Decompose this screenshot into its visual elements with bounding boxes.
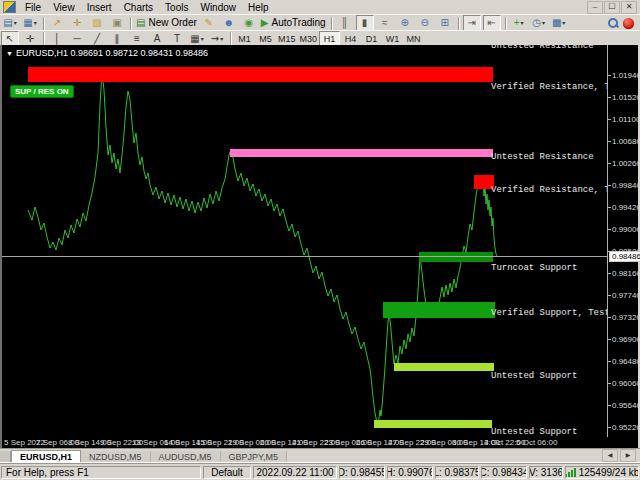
price-tick-label: 0.99840 <box>612 181 640 190</box>
candle-chart-mode-icon: ▮ <box>362 17 368 29</box>
supres-toggle-button[interactable]: SUP / RES ON <box>10 85 74 98</box>
resistance-verified-3-band[interactable] <box>28 67 493 82</box>
dropdown-caret-icon[interactable]: ▾ <box>220 33 223 45</box>
metaeditor-button[interactable]: ✎ <box>200 15 218 31</box>
periods-button[interactable]: ◷▾ <box>530 15 548 31</box>
chart-window: ▼EURUSD,H1 0.98691 0.98712 0.98431 0.984… <box>0 45 640 448</box>
timeframe-m30[interactable]: M30 <box>298 31 320 46</box>
support-verified-2-band[interactable] <box>383 302 495 318</box>
menu-insert[interactable]: Insert <box>81 2 118 13</box>
dropdown-caret-icon[interactable]: ▾ <box>562 17 565 29</box>
new-order-button[interactable]: ▤New Order <box>135 15 198 31</box>
market-button[interactable]: ◉ <box>240 15 258 31</box>
resistance-untested-band[interactable] <box>230 149 493 157</box>
timeframe-w1[interactable]: W1 <box>382 31 403 46</box>
resistance-verified-3-label: Verified Resistance, Test Count=3 <box>491 82 608 92</box>
support-untested-upper-band[interactable] <box>394 363 494 371</box>
dropdown-caret-icon[interactable]: ▾ <box>542 17 545 29</box>
status-bar-open-text: O: 0.98455 <box>339 466 385 479</box>
profiles-button[interactable]: ▦▾ <box>21 15 39 31</box>
time-axis: 5 Sep 20227 Sep 06:008 Sep 14:009 Sep 22… <box>2 437 638 448</box>
line-chart-mode-button[interactable]: ≈ <box>376 15 394 31</box>
dropdown-caret-icon[interactable]: ▾ <box>34 17 37 29</box>
menu-file[interactable]: File <box>19 2 47 13</box>
autotrading-button[interactable]: ▶AutoTrading <box>260 15 327 31</box>
bar-chart-mode-button[interactable]: ║ <box>336 15 354 31</box>
support-turncoat-band[interactable] <box>419 252 493 262</box>
chart-shift-button[interactable]: ⇤ <box>483 15 501 31</box>
support-turncoat-label: Turncoat Support <box>491 263 577 273</box>
price-tick-label: 0.97320 <box>612 313 640 322</box>
notifications-icon[interactable] <box>623 18 634 29</box>
zoom-in-button[interactable]: ⊕ <box>396 15 414 31</box>
timeframe-m15[interactable]: M15 <box>276 31 298 46</box>
terminal-button[interactable]: ▣ <box>108 15 126 31</box>
support-untested-lower-band[interactable] <box>374 420 492 428</box>
menu-help[interactable]: Help <box>242 2 275 13</box>
support-untested-upper-label: Untested Support <box>491 371 577 381</box>
indicators-button[interactable]: +▾ <box>510 15 528 31</box>
templates-button[interactable]: ▩▾ <box>550 15 568 31</box>
chart-plot[interactable]: ▼EURUSD,H1 0.98691 0.98712 0.98431 0.984… <box>2 45 608 438</box>
timeframe-d1[interactable]: D1 <box>361 31 382 46</box>
price-tick-label: 1.01940 <box>612 71 640 80</box>
navigator-button[interactable]: ✛ <box>68 15 86 31</box>
zoom-out-button[interactable]: ⊖ <box>416 15 434 31</box>
status-traffic: 125499/24 kb <box>565 466 639 479</box>
timeframe-buttons: M1M5M15M30H1H4D1W1MN <box>234 31 424 46</box>
status-bar-volume-text: V: 3136 <box>529 466 563 479</box>
minimize-button[interactable]: – <box>587 1 603 14</box>
menu-view[interactable]: View <box>47 2 81 13</box>
market-watch-button[interactable]: ↗ <box>48 15 66 31</box>
search-icon[interactable] <box>607 17 619 29</box>
chart-dropdown-icon[interactable]: ▼ <box>6 50 13 57</box>
price-tick-label: 1.01520 <box>612 93 640 102</box>
menu-tools[interactable]: Tools <box>159 2 194 13</box>
toolbar-separator <box>458 17 459 30</box>
new-chart-icon: ▤ <box>3 17 12 29</box>
clipped-resistance-label: Untested Resistance <box>491 45 594 51</box>
timeframe-mn[interactable]: MN <box>403 31 424 46</box>
status-help-text-text: For Help, press F1 <box>6 466 89 479</box>
timeframe-m5[interactable]: M5 <box>255 31 276 46</box>
status-bar-time: 2022.09.22 11:00 <box>253 466 337 479</box>
close-button[interactable]: ✕ <box>621 1 637 14</box>
line-chart-mode-icon: ≈ <box>382 17 388 29</box>
indicators-icon: + <box>514 17 520 29</box>
vertical-line-icon: │ <box>54 33 60 45</box>
price-tick-mark <box>608 273 611 274</box>
channel-icon: ∥ <box>115 33 120 45</box>
price-tick-mark <box>608 119 611 120</box>
status-traffic-text: 125499/24 kb <box>579 466 639 479</box>
new-order-label: New Order <box>148 17 196 29</box>
chart-shift-icon: ⇤ <box>487 17 495 29</box>
restore-button[interactable]: ☐ <box>604 1 620 14</box>
price-tick-mark <box>608 383 611 384</box>
tile-windows-button[interactable]: ⊞ <box>436 15 454 31</box>
autotrading-label: AutoTrading <box>272 17 326 29</box>
price-tick-mark <box>608 317 611 318</box>
symbol-info-line: ▼EURUSD,H1 0.98691 0.98712 0.98431 0.984… <box>6 48 208 58</box>
candle-chart-mode-button[interactable]: ▮ <box>356 15 374 31</box>
timeframe-h4[interactable]: H4 <box>340 31 361 46</box>
trendline-icon: ╱ <box>94 33 100 45</box>
tab-scroll-left-icon[interactable]: ◀ <box>602 449 618 462</box>
menu-window[interactable]: Window <box>194 2 242 13</box>
data-window-button[interactable]: ▨ <box>88 15 106 31</box>
dropdown-caret-icon[interactable]: ▾ <box>201 33 204 45</box>
tab-scroll-right-icon[interactable]: ▶ <box>620 449 636 462</box>
resistance-verified-1-label: Verified Resistance, Test Count=1 <box>491 185 608 195</box>
price-tick-mark <box>608 141 611 142</box>
new-chart-button[interactable]: ▤▾ <box>1 15 19 31</box>
bid-price-line <box>2 256 607 257</box>
timeframe-h1[interactable]: H1 <box>319 31 340 46</box>
community-button[interactable]: ☻ <box>220 15 238 31</box>
auto-scroll-button[interactable]: ⇥ <box>463 15 481 31</box>
price-tick-mark <box>608 229 611 230</box>
toolbar-separator <box>505 17 506 30</box>
metaeditor-icon: ✎ <box>205 17 213 29</box>
dropdown-caret-icon[interactable]: ▾ <box>521 17 524 29</box>
dropdown-caret-icon[interactable]: ▾ <box>14 17 17 29</box>
timeframe-m1[interactable]: M1 <box>234 31 255 46</box>
menu-charts[interactable]: Charts <box>118 2 159 13</box>
